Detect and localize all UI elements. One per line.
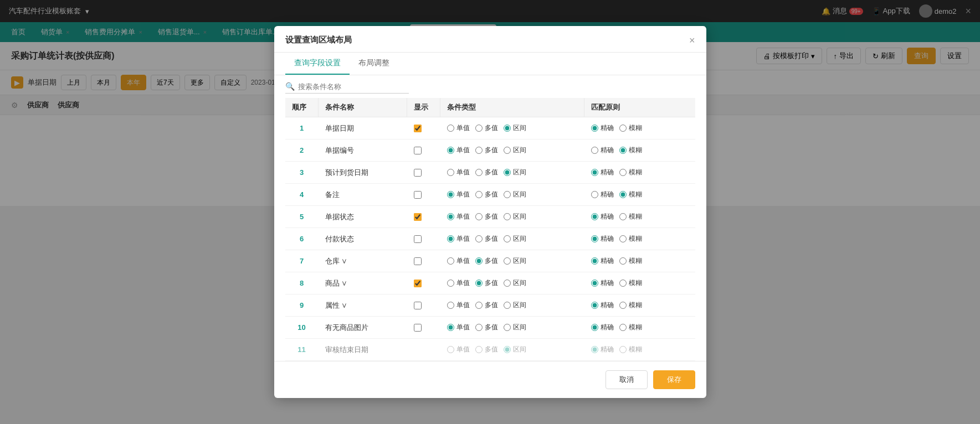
row2-type-single[interactable] bbox=[447, 147, 454, 154]
row3-show[interactable] bbox=[407, 164, 440, 181]
row4-type-single[interactable] bbox=[447, 191, 454, 198]
row2-match-fuzzy[interactable] bbox=[619, 147, 627, 154]
row1-name: 单据日期 bbox=[319, 119, 407, 138]
row4-show[interactable] bbox=[407, 187, 440, 203]
row4-match-fuzzy[interactable] bbox=[619, 191, 627, 198]
row2-type-multi[interactable] bbox=[475, 147, 483, 154]
col-name: 条件名称 bbox=[319, 98, 407, 117]
dialog-overlay: 设置查询区域布局 × 查询字段设置 布局调整 🔍 顺序 条件名称 显示 bbox=[0, 0, 980, 206]
row3-show-checkbox[interactable] bbox=[414, 169, 422, 177]
row1-match: 精确 模糊 bbox=[584, 119, 706, 137]
row3-type-range[interactable] bbox=[504, 169, 511, 176]
dialog-close-button[interactable]: × bbox=[689, 35, 695, 45]
col-show: 显示 bbox=[407, 98, 440, 117]
search-input[interactable] bbox=[298, 82, 409, 91]
row1-type-single[interactable] bbox=[447, 125, 454, 132]
dialog-title: 设置查询区域布局 bbox=[285, 35, 352, 45]
table-row: 4 备注 单值 多值 区间 精确 bbox=[285, 184, 695, 206]
table-row: 2 单据编号 单值 多值 区间 精确 bbox=[285, 139, 695, 162]
row4-type-range[interactable] bbox=[504, 191, 511, 198]
row2-type-range[interactable] bbox=[504, 147, 511, 154]
table-row: 1 单据日期 单值 多值 区间 精确 bbox=[285, 117, 695, 139]
row4-show-checkbox[interactable] bbox=[414, 191, 422, 199]
row4-match: 精确 模糊 bbox=[584, 185, 706, 204]
dialog-search-area: 🔍 bbox=[274, 75, 706, 98]
col-match: 匹配原则 bbox=[584, 98, 706, 117]
row4-type: 单值 多值 区间 bbox=[440, 185, 584, 204]
table-row: 3 预计到货日期 单值 多值 区间 精确 bbox=[285, 162, 695, 184]
row2-show-checkbox[interactable] bbox=[414, 147, 422, 154]
row1-show-checkbox[interactable] bbox=[414, 125, 422, 132]
row1-show[interactable] bbox=[407, 120, 440, 137]
tab-query-fields-label: 查询字段设置 bbox=[294, 58, 341, 67]
row1-type-range[interactable] bbox=[504, 125, 511, 132]
search-icon: 🔍 bbox=[285, 82, 295, 91]
dialog-header: 设置查询区域布局 × bbox=[274, 26, 706, 53]
row4-order: 4 bbox=[285, 186, 319, 203]
row2-show[interactable] bbox=[407, 142, 440, 159]
row1-type: 单值 多值 区间 bbox=[440, 119, 584, 137]
row3-order: 3 bbox=[285, 164, 319, 181]
row2-type: 单值 多值 区间 bbox=[440, 141, 584, 159]
row3-name: 预计到货日期 bbox=[319, 163, 407, 182]
row1-match-fuzzy[interactable] bbox=[619, 125, 627, 132]
row1-order: 1 bbox=[285, 120, 319, 137]
row4-type-multi[interactable] bbox=[475, 191, 483, 198]
row3-match: 精确 模糊 bbox=[584, 163, 706, 182]
row3-match-exact[interactable] bbox=[591, 169, 598, 176]
tab-layout-adjust[interactable]: 布局调整 bbox=[350, 53, 398, 75]
col-order: 顺序 bbox=[285, 98, 319, 117]
row4-match-exact[interactable] bbox=[591, 191, 598, 198]
settings-dialog: 设置查询区域布局 × 查询字段设置 布局调整 🔍 顺序 条件名称 显示 bbox=[274, 26, 706, 206]
row1-type-multi[interactable] bbox=[475, 125, 483, 132]
row1-match-exact[interactable] bbox=[591, 125, 598, 132]
row4-name: 备注 bbox=[319, 185, 407, 204]
dialog-table: 顺序 条件名称 显示 条件类型 匹配原则 1 单据日期 单值 bbox=[274, 98, 706, 206]
row3-type-single[interactable] bbox=[447, 169, 454, 176]
search-input-wrap: 🔍 bbox=[285, 82, 409, 94]
row3-type: 单值 多值 区间 bbox=[440, 163, 584, 182]
row2-match-exact[interactable] bbox=[591, 147, 598, 154]
tab-query-fields[interactable]: 查询字段设置 bbox=[285, 53, 350, 75]
row3-type-multi[interactable] bbox=[475, 169, 483, 176]
dt-header: 顺序 条件名称 显示 条件类型 匹配原则 bbox=[285, 98, 695, 117]
row2-name: 单据编号 bbox=[319, 141, 407, 160]
row3-match-fuzzy[interactable] bbox=[619, 169, 627, 176]
dialog-tabs: 查询字段设置 布局调整 bbox=[274, 53, 706, 75]
row2-order: 2 bbox=[285, 142, 319, 159]
col-type: 条件类型 bbox=[440, 98, 584, 117]
tab-layout-adjust-label: 布局调整 bbox=[358, 58, 389, 67]
row2-match: 精确 模糊 bbox=[584, 141, 706, 159]
